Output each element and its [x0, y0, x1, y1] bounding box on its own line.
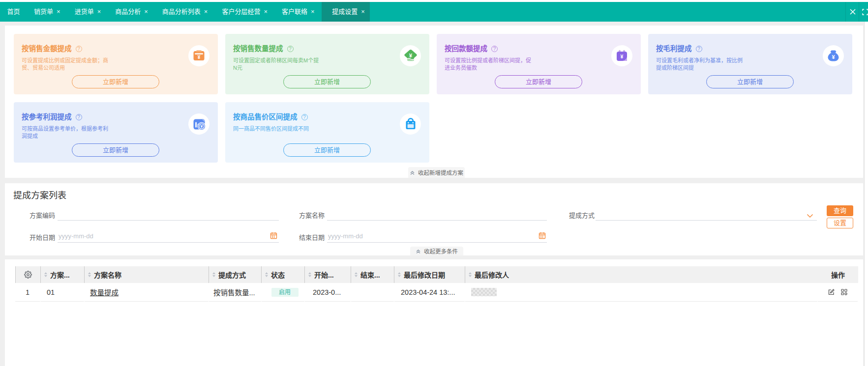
svg-text:¥: ¥ — [198, 55, 201, 60]
svg-text:¥: ¥ — [200, 123, 203, 129]
svg-text:¥: ¥ — [409, 52, 412, 58]
svg-text:¥: ¥ — [832, 54, 835, 60]
svg-text:¥: ¥ — [621, 54, 624, 59]
